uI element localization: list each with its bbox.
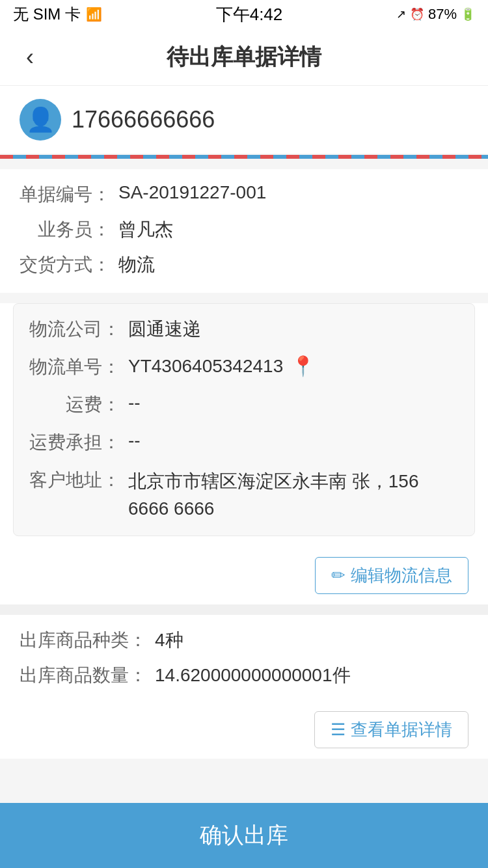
order-number-row: 单据编号： SA-20191227-001 [20, 182, 468, 207]
salesman-label: 业务员： [20, 217, 111, 242]
avatar-icon: 👤 [26, 106, 55, 133]
status-right: ↗ ⏰ 87% 🔋 [396, 6, 475, 23]
order-info-section: 单据编号： SA-20191227-001 业务员： 曾凡杰 交货方式： 物流 [0, 169, 488, 293]
view-detail-icon: ☰ [331, 720, 346, 740]
edit-logistics-label: 编辑物流信息 [351, 564, 452, 587]
goods-types-row: 出库商品种类： 4种 [20, 628, 468, 653]
address-row: 客户地址： 北京市市辖区海淀区永丰南 张，156 6666 6666 [29, 468, 459, 522]
order-number-value: SA-20191227-001 [118, 182, 468, 203]
page-title: 待出库单据详情 [167, 42, 321, 72]
logistics-company-value: 圆通速递 [128, 317, 459, 342]
avatar: 👤 [20, 99, 61, 141]
goods-quantity-label: 出库商品数量： [20, 663, 147, 688]
carrier-text: 无 SIM 卡 [13, 4, 81, 25]
salesman-row: 业务员： 曾凡杰 [20, 217, 468, 242]
confirm-bar[interactable]: 确认出库 [0, 803, 488, 868]
alarm-icon: ⏰ [410, 7, 424, 21]
view-detail-button[interactable]: ☰ 查看单据详情 [314, 711, 468, 748]
freight-row: 运费： -- [29, 392, 459, 417]
freight-bearer-label: 运费承担： [29, 430, 120, 455]
logistics-company-row: 物流公司： 圆通速递 [29, 317, 459, 342]
address-value: 北京市市辖区海淀区永丰南 张，156 6666 6666 [128, 468, 459, 522]
status-time: 下午4:42 [216, 3, 283, 26]
edit-logistics-area: ✏ 编辑物流信息 [0, 547, 488, 604]
logistics-card: 物流公司： 圆通速递 物流单号： YT4306405342413 📍 运费： -… [13, 303, 475, 536]
tracking-number-row: 物流单号： YT4306405342413 📍 [29, 355, 459, 379]
tracking-num-text: YT4306405342413 [128, 356, 283, 377]
location-status-icon: ↗ [396, 7, 406, 21]
delivery-method-value: 物流 [118, 252, 468, 277]
section-divider-1 [0, 604, 488, 615]
order-number-label: 单据编号： [20, 182, 111, 207]
user-header: 👤 17666666666 [0, 86, 488, 154]
confirm-button-label: 确认出库 [200, 821, 288, 850]
freight-value: -- [128, 392, 459, 413]
back-arrow-icon: ‹ [26, 46, 34, 69]
delivery-method-label: 交货方式： [20, 252, 111, 277]
dashed-divider [0, 155, 488, 159]
goods-section: 出库商品种类： 4种 出库商品数量： 14.620000000000001件 [0, 615, 488, 701]
battery-text: 87% [428, 6, 457, 23]
status-bar: 无 SIM 卡 📶 下午4:42 ↗ ⏰ 87% 🔋 [0, 0, 488, 29]
salesman-value: 曾凡杰 [118, 217, 468, 242]
freight-bearer-value: -- [128, 430, 459, 451]
goods-quantity-row: 出库商品数量： 14.620000000000001件 [20, 663, 468, 688]
freight-label: 运费： [29, 392, 120, 417]
edit-logistics-button[interactable]: ✏ 编辑物流信息 [315, 557, 468, 594]
view-detail-area: ☰ 查看单据详情 [0, 701, 488, 759]
goods-quantity-value: 14.620000000000001件 [155, 663, 468, 688]
goods-types-value: 4种 [155, 628, 468, 653]
tracking-number-value: YT4306405342413 📍 [128, 355, 459, 377]
status-left: 无 SIM 卡 📶 [13, 4, 102, 25]
freight-bearer-row: 运费承担： -- [29, 430, 459, 455]
delivery-method-row: 交货方式： 物流 [20, 252, 468, 277]
address-label: 客户地址： [29, 468, 120, 493]
goods-types-label: 出库商品种类： [20, 628, 147, 653]
wifi-icon: 📶 [86, 7, 102, 22]
location-pin-icon[interactable]: 📍 [291, 355, 315, 377]
view-detail-label: 查看单据详情 [351, 718, 452, 741]
battery-icon: 🔋 [461, 7, 475, 21]
logistics-company-label: 物流公司： [29, 317, 120, 342]
user-phone: 17666666666 [72, 106, 215, 133]
nav-bar: ‹ 待出库单据详情 [0, 29, 488, 86]
edit-icon: ✏ [331, 565, 346, 586]
back-button[interactable]: ‹ [16, 43, 44, 72]
tracking-number-label: 物流单号： [29, 355, 120, 379]
